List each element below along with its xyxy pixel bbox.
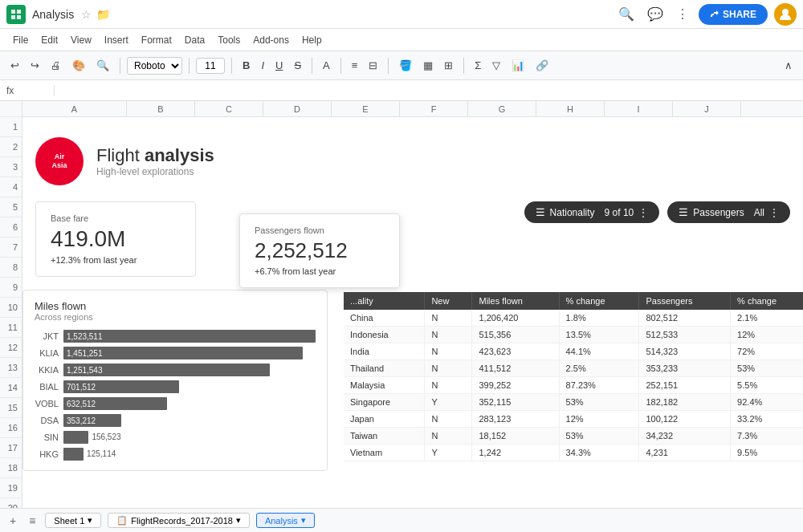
star-icon[interactable]: ☆ bbox=[81, 8, 92, 21]
sheet-area[interactable]: A B C D E F G H I J AirAsia Flight analy… bbox=[22, 101, 803, 508]
menu-addons[interactable]: Add-ons bbox=[247, 33, 296, 47]
cell-7-3: 53% bbox=[559, 428, 639, 445]
borders-button[interactable]: ▦ bbox=[419, 57, 437, 74]
bar-row-jkt: JKT 1,523,511 bbox=[35, 330, 316, 343]
print-button[interactable]: 🖨 bbox=[47, 57, 65, 74]
table-row: VietnamY1,24234.3%4,2319.5% bbox=[344, 445, 803, 461]
data-table-section: ...ality New Miles flown % change Passen… bbox=[344, 292, 803, 461]
cell-4-5: 5.5% bbox=[731, 377, 803, 394]
menu-bar: File Edit View Insert Format Data Tools … bbox=[0, 29, 803, 51]
comment-icon[interactable]: 💬 bbox=[644, 3, 666, 25]
zoom-button[interactable]: 🔍 bbox=[92, 57, 113, 74]
nationality-filter-chip[interactable]: ☰ Nationality 9 of 10 ⋮ bbox=[524, 201, 660, 223]
bar-row-dsa: DSA 353,212 bbox=[35, 414, 316, 427]
col-e: E bbox=[332, 101, 400, 116]
menu-tools[interactable]: Tools bbox=[211, 33, 247, 47]
toolbar-sep-7 bbox=[463, 58, 464, 74]
cell-6-1: N bbox=[425, 411, 472, 428]
bar-dsa: 353,212 bbox=[63, 414, 121, 427]
top-bar: Analysis ☆ 📁 🔍 💬 ⋮ SHARE bbox=[0, 0, 803, 29]
cell-3-1: N bbox=[425, 360, 472, 377]
cell-4-0: Malaysia bbox=[344, 377, 425, 394]
bar-val-hkg: 125,114 bbox=[87, 449, 116, 458]
row-17: 17 bbox=[0, 438, 22, 458]
menu-help[interactable]: Help bbox=[296, 33, 328, 47]
cell-reference[interactable]: fx bbox=[6, 85, 55, 96]
merge-button[interactable]: ⊞ bbox=[440, 57, 457, 74]
more-icon[interactable]: ⋮ bbox=[673, 3, 692, 25]
bar-row-sin: SIN 156,523 bbox=[35, 431, 316, 444]
base-fare-label: Base fare bbox=[51, 213, 181, 223]
sum-button[interactable]: Σ bbox=[471, 57, 485, 74]
cell-7-1: N bbox=[425, 428, 472, 445]
menu-edit[interactable]: Edit bbox=[35, 33, 64, 47]
filter-button[interactable]: ▽ bbox=[488, 57, 504, 74]
passengers-filter-options-icon: ⋮ bbox=[769, 207, 779, 218]
undo-button[interactable]: ↩ bbox=[6, 57, 23, 74]
fill-color-button[interactable]: 🪣 bbox=[395, 57, 416, 74]
text-color-button[interactable]: A bbox=[319, 57, 334, 74]
hide-toolbar-button[interactable]: ∧ bbox=[781, 57, 797, 74]
toolbar-sep-4 bbox=[312, 58, 312, 74]
sheet1-label: Sheet 1 bbox=[54, 516, 84, 526]
user-avatar[interactable] bbox=[774, 3, 797, 26]
redo-button[interactable]: ↪ bbox=[26, 57, 43, 74]
menu-data[interactable]: Data bbox=[178, 33, 211, 47]
font-select[interactable]: Roboto bbox=[127, 57, 182, 75]
row-12: 12 bbox=[0, 338, 22, 358]
passengers-filter-chip[interactable]: ☰ Passengers All ⋮ bbox=[667, 201, 790, 223]
svg-rect-3 bbox=[17, 15, 21, 19]
bar-label-bial: BIAL bbox=[35, 382, 59, 392]
svg-rect-0 bbox=[11, 10, 15, 14]
nationality-filter-icon: ☰ bbox=[536, 206, 545, 218]
passengers-filter-icon: ☰ bbox=[679, 206, 688, 218]
menu-format[interactable]: Format bbox=[135, 33, 178, 47]
toolbar-sep-5 bbox=[340, 58, 341, 74]
row-8: 8 bbox=[0, 258, 22, 278]
underline-button[interactable]: U bbox=[271, 57, 287, 74]
valign-button[interactable]: ⊟ bbox=[365, 57, 381, 74]
bar-label-dsa: DSA bbox=[35, 416, 59, 425]
sheet1-arrow: ▾ bbox=[88, 515, 92, 526]
paint-format-button[interactable]: 🎨 bbox=[68, 57, 89, 74]
bar-vobl: 632,512 bbox=[63, 397, 167, 410]
toolbar-sep-1 bbox=[120, 58, 120, 74]
th-nationality: ...ality bbox=[344, 292, 425, 310]
bar-row-kkia: KKIA 1,251,543 bbox=[35, 363, 316, 376]
sheet2-tab[interactable]: 📋 FlightRecords_2017-2018 ▾ bbox=[108, 513, 250, 528]
th-pct-change-2: % change bbox=[731, 292, 803, 310]
menu-view[interactable]: View bbox=[64, 33, 98, 47]
share-button[interactable]: SHARE bbox=[699, 4, 768, 25]
bar-val-klia: 1,451,251 bbox=[63, 349, 103, 358]
menu-insert[interactable]: Insert bbox=[98, 33, 135, 47]
strikethrough-button[interactable]: S bbox=[290, 57, 305, 74]
sheet1-tab[interactable]: Sheet 1 ▾ bbox=[45, 513, 101, 528]
folder-icon[interactable]: 📁 bbox=[96, 8, 110, 21]
bold-button[interactable]: B bbox=[238, 57, 254, 74]
align-button[interactable]: ≡ bbox=[348, 57, 362, 74]
data-table: ...ality New Miles flown % change Passen… bbox=[344, 292, 803, 461]
cell-2-1: N bbox=[425, 343, 472, 360]
search-icon[interactable]: 🔍 bbox=[615, 3, 638, 25]
italic-button[interactable]: I bbox=[257, 57, 268, 74]
nav-prev-button[interactable]: + bbox=[6, 513, 19, 529]
sheet3-tab[interactable]: Analysis ▾ bbox=[256, 513, 315, 528]
miles-section-title: Miles flown bbox=[35, 300, 316, 312]
cell-2-2: 423,623 bbox=[472, 343, 559, 360]
table-row: MalaysiaN399,25287.23%252,1515.5% bbox=[344, 377, 803, 394]
col-g: G bbox=[468, 101, 536, 116]
menu-icon[interactable]: ≡ bbox=[26, 513, 39, 529]
cell-0-1: N bbox=[425, 310, 472, 327]
col-j: J bbox=[673, 101, 741, 116]
menu-file[interactable]: File bbox=[6, 33, 35, 47]
cell-0-2: 1,206,420 bbox=[472, 310, 559, 327]
row-14: 14 bbox=[0, 378, 22, 398]
cell-3-0: Thailand bbox=[344, 360, 425, 377]
link-button[interactable]: 🔗 bbox=[532, 57, 552, 74]
font-size-input[interactable] bbox=[196, 58, 225, 74]
row-5: 5 bbox=[0, 197, 22, 217]
chart-button[interactable]: 📊 bbox=[507, 57, 528, 74]
row-16: 16 bbox=[0, 418, 22, 438]
bar-container-bial: 701,512 bbox=[63, 380, 316, 393]
airasia-logo-text: AirAsia bbox=[51, 152, 67, 170]
